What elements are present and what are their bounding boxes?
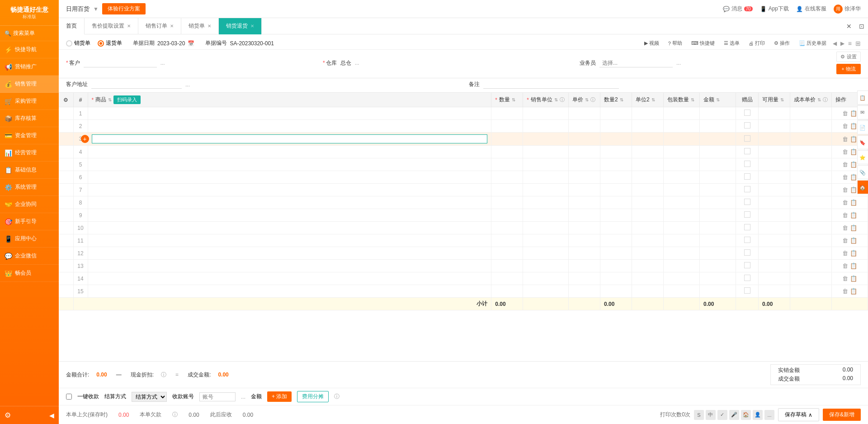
row-unit-11[interactable] [523, 234, 569, 247]
row-copy-2[interactable]: 📋 [850, 123, 857, 129]
row-product-7[interactable] [88, 184, 491, 196]
right-action-notification[interactable]: 📋 [857, 91, 868, 105]
tab-price-settings[interactable]: 售价提取设置 ✕ [85, 18, 138, 34]
row-gift-2[interactable] [736, 120, 759, 133]
row-qty2-10[interactable] [600, 222, 632, 234]
row-delete-14[interactable]: 🗑 [842, 275, 848, 282]
th-price[interactable]: 单价 ⇅ ⓘ [569, 93, 600, 107]
row-copy-4[interactable]: 📋 [850, 148, 857, 155]
row-copy-14[interactable]: 📋 [850, 275, 857, 282]
row-qty2-15[interactable] [600, 285, 632, 298]
tool-icon-1[interactable]: S [694, 410, 704, 420]
sidebar-item-inventory[interactable]: 📦 库存核算 [0, 110, 59, 127]
customer-input[interactable] [84, 59, 157, 67]
row-delete-5[interactable]: 🗑 [842, 161, 848, 168]
scan-btn[interactable]: 扫码录入 [113, 95, 141, 104]
row-gift-15[interactable] [736, 285, 759, 298]
row-avail-12[interactable] [759, 247, 790, 260]
row-copy-8[interactable]: 📋 [850, 199, 857, 206]
row-unit2-3[interactable] [632, 133, 664, 146]
row-unit2-11[interactable] [632, 234, 664, 247]
row-gift-11[interactable] [736, 234, 759, 247]
row-amount-4[interactable] [700, 146, 736, 158]
tab-sales-order-close[interactable]: ✕ [170, 24, 174, 29]
row-avail-10[interactable] [759, 222, 790, 234]
row-amount-2[interactable] [700, 120, 736, 133]
tab-sales-delivery-close[interactable]: ✕ [208, 24, 211, 29]
row-amount-14[interactable] [700, 272, 736, 285]
unit-info-icon[interactable]: ⓘ [560, 96, 565, 103]
row-qty2-14[interactable] [600, 272, 632, 285]
row-delete-8[interactable]: 🗑 [842, 199, 848, 206]
row-copy-5[interactable]: 📋 [850, 161, 857, 168]
row-price-9[interactable] [569, 209, 600, 222]
row-pack-3[interactable] [664, 133, 700, 146]
row-unit2-6[interactable] [632, 171, 664, 184]
row-price-1[interactable] [569, 107, 600, 120]
row-unit-3[interactable] [523, 133, 569, 146]
gift-checkbox-4[interactable] [744, 148, 750, 154]
row-gift-4[interactable] [736, 146, 759, 158]
split-info-icon[interactable]: ⓘ [334, 393, 340, 400]
row-gift-14[interactable] [736, 272, 759, 285]
account-input[interactable] [199, 392, 236, 401]
row-pack-15[interactable] [664, 285, 700, 298]
row-product-12[interactable] [88, 247, 491, 260]
row-pack-5[interactable] [664, 158, 700, 171]
th-gift[interactable]: 赠品 [736, 93, 759, 107]
row-qty2-8[interactable] [600, 196, 632, 209]
row-product-13[interactable] [88, 260, 491, 272]
row-gift-13[interactable] [736, 260, 759, 272]
row-product-8[interactable] [88, 196, 491, 209]
row-pack-12[interactable] [664, 247, 700, 260]
row-amount-8[interactable] [700, 196, 736, 209]
sidebar-item-sales[interactable]: 💰 销售管理 [0, 76, 59, 93]
tool-icon-6[interactable]: 👤 [753, 410, 763, 420]
online-service-item[interactable]: 👤 在线客服 [796, 5, 826, 13]
gift-checkbox-5[interactable] [744, 161, 750, 167]
row-unit-10[interactable] [523, 222, 569, 234]
row-gift-10[interactable] [736, 222, 759, 234]
sidebar-item-purchase[interactable]: 🛒 采购管理 [0, 93, 59, 110]
row-gift-7[interactable] [736, 184, 759, 196]
row-product-15[interactable] [88, 285, 491, 298]
tab-expand[interactable]: ⊡ [855, 23, 868, 30]
row-unit2-2[interactable] [632, 120, 664, 133]
save-new-btn[interactable]: 保存&新增 [823, 409, 861, 421]
row-avail-7[interactable] [759, 184, 790, 196]
select-btn[interactable]: ☰ 选单 [721, 39, 742, 48]
row-pack-9[interactable] [664, 209, 700, 222]
tool-icon-5[interactable]: 🏠 [741, 410, 751, 420]
th-unit[interactable]: * 销售单位 ⇅ ⓘ [523, 93, 569, 107]
prev-record[interactable]: ◀ [833, 40, 837, 47]
row-pack-11[interactable] [664, 234, 700, 247]
th-avail[interactable]: 可用量 ⇅ [759, 93, 790, 107]
collapse-icon[interactable]: ◀ [49, 412, 54, 419]
sidebar-search[interactable]: 🔍 搜索菜单 [0, 26, 59, 41]
row-price-6[interactable] [569, 171, 600, 184]
single-owe-indicator[interactable]: ⓘ [172, 411, 178, 419]
row-unit2-7[interactable] [632, 184, 664, 196]
gift-checkbox-15[interactable] [744, 287, 750, 294]
gift-checkbox-2[interactable] [744, 122, 750, 129]
user-item[interactable]: 用 徐泽华 [834, 5, 861, 14]
settings-btn[interactable]: ⚙ 设置 [836, 52, 861, 62]
row-copy-3[interactable]: 📋 [850, 136, 857, 143]
th-unit2[interactable]: 单位2 ⇅ [632, 93, 664, 107]
row-unit2-15[interactable] [632, 285, 664, 298]
row-avail-4[interactable] [759, 146, 790, 158]
save-draft-btn[interactable]: 保存草稿 ∧ [778, 408, 819, 421]
row-price-13[interactable] [569, 260, 600, 272]
row-qty-14[interactable] [491, 272, 523, 285]
price-info-icon[interactable]: ⓘ [590, 96, 595, 103]
row-avail-3[interactable] [759, 133, 790, 146]
tool-icon-2[interactable]: 中 [706, 410, 716, 420]
row-price-11[interactable] [569, 234, 600, 247]
row-copy-1[interactable]: 📋 [850, 110, 857, 117]
row-avail-1[interactable] [759, 107, 790, 120]
row-avail-15[interactable] [759, 285, 790, 298]
row-cost-13[interactable] [790, 260, 832, 272]
sidebar-item-app-center[interactable]: 📱 应用中心 [0, 230, 59, 248]
row-copy-12[interactable]: 📋 [850, 250, 857, 257]
row-copy-15[interactable]: 📋 [850, 288, 857, 295]
